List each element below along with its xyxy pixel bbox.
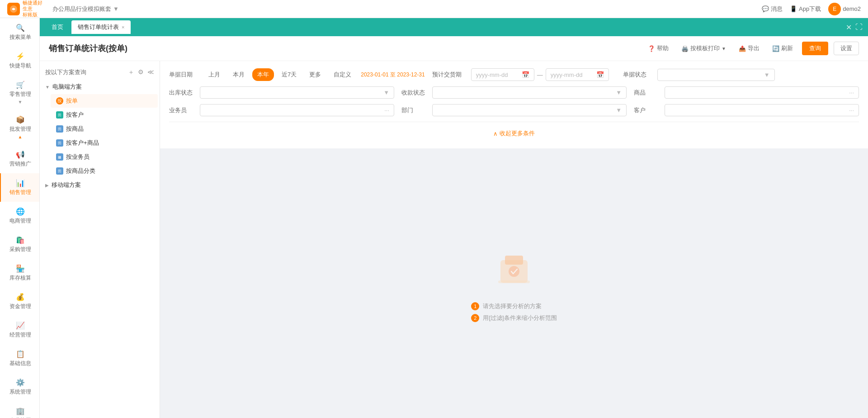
marketing-icon: 📢 bbox=[16, 150, 25, 159]
date-btn-thismonth[interactable]: 本月 bbox=[228, 68, 250, 81]
tree-item-by-order[interactable]: 按 按单 bbox=[51, 94, 158, 108]
customer-select[interactable]: ··· bbox=[665, 104, 859, 116]
tree-icon-cust-prod: 田 bbox=[56, 139, 63, 147]
left-panel: 按以下方案查询 ＋ ⚙ ≪ ▼ 电脑端方案 bbox=[40, 61, 160, 418]
svg-rect-4 bbox=[498, 280, 530, 283]
refresh-icon: 🔄 bbox=[772, 45, 779, 52]
filter-item-dept: 部门 ▼ bbox=[401, 104, 627, 116]
sidebar-item-purchase[interactable]: 🛍️ 采购管理 bbox=[0, 230, 39, 259]
chevron-right-icon: ▶ bbox=[45, 183, 49, 188]
sidebar-item-ecommerce[interactable]: 🌐 电商管理 bbox=[0, 202, 39, 230]
tree-item-by-customer[interactable]: 田 按客户 bbox=[51, 108, 158, 122]
tab-fullscreen-button[interactable]: ⛶ bbox=[855, 23, 863, 32]
tab-minimize-button[interactable]: ✕ bbox=[846, 23, 852, 32]
sidebar-item-search[interactable]: 🔍 搜索菜单 bbox=[0, 18, 39, 47]
help-button[interactable]: ❓ 帮助 bbox=[644, 43, 672, 54]
tree-item-by-staff[interactable]: ▦ 按业务员 bbox=[51, 150, 158, 164]
sidebar-item-retail[interactable]: 🛒 零售管理 ▼ bbox=[0, 75, 39, 110]
select-arrow-icon4: ▼ bbox=[616, 107, 622, 114]
tab-current[interactable]: 销售订单统计表 × bbox=[71, 20, 131, 34]
basic-icon: 📋 bbox=[16, 350, 25, 358]
top-bar-actions: 💬 消息 📱 App下载 E demo2 bbox=[762, 3, 861, 15]
content-area: 首页 销售订单统计表 × ✕ ⛶ 销售订单统计表(按单) ❓ 帮助 bbox=[40, 18, 868, 418]
calendar-icon2: 📅 bbox=[596, 71, 604, 78]
sidebar-item-corp[interactable]: 🏢 企业协同 bbox=[0, 401, 39, 418]
tree-icon-staff: ▦ bbox=[56, 153, 63, 161]
user-menu[interactable]: E demo2 bbox=[828, 3, 861, 15]
date-btn-custom[interactable]: 自定义 bbox=[329, 68, 356, 81]
settings-button[interactable]: 设置 bbox=[834, 42, 859, 55]
date-btn-7days[interactable]: 近7天 bbox=[277, 68, 302, 81]
date-btn-thisyear[interactable]: 本年 bbox=[252, 68, 274, 81]
chevron-down-icon: ▼ bbox=[18, 100, 23, 104]
refresh-button[interactable]: 🔄 刷新 bbox=[769, 43, 797, 54]
tree-section-mobile-label[interactable]: ▶ 移动端方案 bbox=[40, 178, 160, 192]
query-button[interactable]: 查询 bbox=[802, 42, 828, 55]
print-button[interactable]: 🖨️ 按模板打印 ▼ bbox=[678, 43, 730, 54]
page-title: 销售订单统计表(按单) bbox=[49, 43, 127, 54]
top-bar-title: 办公用品行业模拟账套 ▼ bbox=[52, 5, 756, 13]
avatar: E bbox=[828, 3, 841, 15]
date-btn-more[interactable]: 更多 bbox=[304, 68, 326, 81]
message-button[interactable]: 💬 消息 bbox=[762, 5, 783, 13]
tree-item-by-customer-product[interactable]: 田 按客户+商品 bbox=[51, 136, 158, 150]
product-select[interactable]: ··· bbox=[665, 86, 859, 99]
purchase-icon: 🛍️ bbox=[16, 236, 25, 244]
settings-scheme-button[interactable]: ⚙ bbox=[138, 68, 144, 76]
tree-item-by-category[interactable]: 田 按商品分类 bbox=[51, 164, 158, 178]
filter-item-payment: 收款状态 ▼ bbox=[401, 86, 627, 99]
page-content: 销售订单统计表(按单) ❓ 帮助 🖨️ 按模板打印 ▼ 📤 导出 bbox=[40, 36, 868, 418]
sidebar-item-sales[interactable]: 📊 销售管理 bbox=[0, 173, 39, 202]
tree-section-mobile: ▶ 移动端方案 bbox=[40, 178, 160, 192]
delivery-date-start[interactable]: yyyy-mm-dd 📅 bbox=[471, 68, 534, 81]
tree-item-by-product[interactable]: 田 按商品 bbox=[51, 122, 158, 136]
collapse-button[interactable]: ∧ 收起更多条件 bbox=[169, 126, 859, 141]
export-button[interactable]: 📤 导出 bbox=[735, 43, 763, 54]
ship-status-select[interactable]: ▼ bbox=[200, 86, 394, 99]
filter-row-date: 单据日期 上月 本月 本年 近7天 更多 自定义 2023-01-01 至 20… bbox=[169, 68, 859, 81]
sidebar-item-wholesale[interactable]: 📦 批发管理 ▲ bbox=[0, 110, 39, 145]
header-actions: ❓ 帮助 🖨️ 按模板打印 ▼ 📤 导出 🔄 刷新 bbox=[644, 42, 859, 55]
tab-bar-actions: ✕ ⛶ bbox=[846, 23, 863, 32]
empty-state: 1 请先选择要分析的方案 2 用[过滤]条件来缩小分析范围 bbox=[160, 150, 868, 418]
tab-home[interactable]: 首页 bbox=[45, 20, 70, 34]
payment-status-select[interactable]: ▼ bbox=[432, 86, 627, 99]
hint-num-2: 2 bbox=[471, 314, 479, 322]
tree-icon-order: 按 bbox=[56, 97, 63, 104]
filter-panel: 单据日期 上月 本月 本年 近7天 更多 自定义 2023-01-01 至 20… bbox=[160, 61, 868, 148]
message-icon: 💬 bbox=[762, 5, 769, 12]
dropdown-icon[interactable]: ▼ bbox=[113, 5, 119, 12]
more-icon3: ··· bbox=[849, 107, 854, 114]
sidebar-item-system[interactable]: ⚙️ 系统管理 bbox=[0, 373, 39, 401]
download-button[interactable]: 📱 App下载 bbox=[790, 5, 821, 13]
sidebar-item-operation[interactable]: 📈 经营管理 bbox=[0, 316, 39, 344]
delivery-date-end[interactable]: yyyy-mm-dd 📅 bbox=[546, 68, 609, 81]
main-layout: 🔍 搜索菜单 ⚡ 快捷导航 🛒 零售管理 ▼ 📦 批发管理 ▲ 📢 营销推广 📊… bbox=[0, 18, 868, 418]
add-scheme-button[interactable]: ＋ bbox=[128, 68, 134, 76]
sidebar-item-marketing[interactable]: 📢 营销推广 bbox=[0, 145, 39, 173]
sidebar-item-inventory[interactable]: 🏪 库存核算 bbox=[0, 259, 39, 287]
retail-icon: 🛒 bbox=[16, 81, 25, 89]
hint-num-1: 1 bbox=[471, 302, 479, 310]
staff-select[interactable]: ··· bbox=[200, 104, 394, 116]
filter-row3: 业务员 ··· 部门 ▼ bbox=[169, 104, 859, 116]
sidebar-item-quicknav[interactable]: ⚡ 快捷导航 bbox=[0, 47, 39, 75]
tree-children-desktop: 按 按单 田 按客户 田 按商品 bbox=[40, 94, 160, 178]
chevron-up-icon: ▲ bbox=[18, 134, 23, 139]
bill-status-select[interactable]: ▼ bbox=[657, 69, 775, 81]
collapse-panel-button[interactable]: ≪ bbox=[147, 68, 154, 76]
tree-section-desktop-label[interactable]: ▼ 电脑端方案 bbox=[40, 80, 160, 94]
dept-select[interactable]: ▼ bbox=[432, 104, 627, 116]
ship-status-label: 出库状态 bbox=[169, 89, 196, 97]
tab-close-icon[interactable]: × bbox=[122, 24, 124, 30]
tree-icon-product: 田 bbox=[56, 125, 63, 133]
sidebar-item-basic[interactable]: 📋 基础信息 bbox=[0, 344, 39, 373]
search-icon: 🔍 bbox=[16, 24, 25, 32]
wholesale-icon: 📦 bbox=[16, 115, 25, 124]
export-icon: 📤 bbox=[739, 45, 746, 52]
date-btn-lastmonth[interactable]: 上月 bbox=[203, 68, 225, 81]
sidebar-item-finance[interactable]: 💰 资金管理 bbox=[0, 287, 39, 316]
print-dropdown-icon: ▼ bbox=[722, 46, 726, 51]
tree-section-desktop: ▼ 电脑端方案 按 按单 田 按客户 bbox=[40, 80, 160, 178]
customer-label: 客户 bbox=[634, 106, 661, 114]
